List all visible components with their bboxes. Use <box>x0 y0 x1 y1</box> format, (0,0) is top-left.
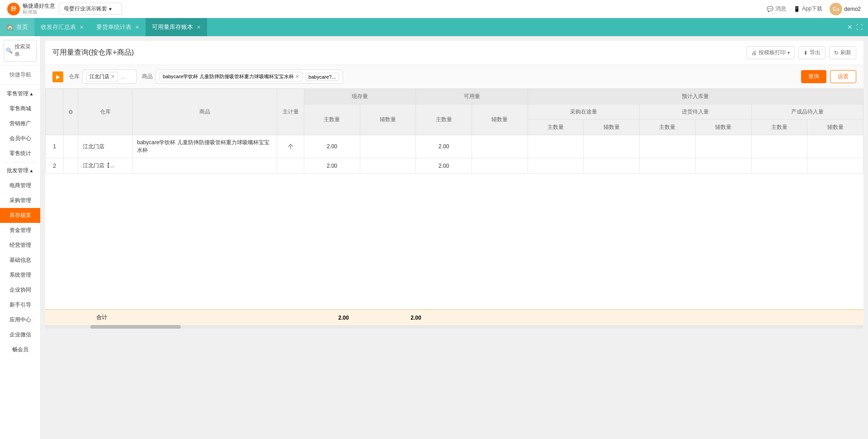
sidebar-item-app-center[interactable]: 应用中心 <box>0 312 40 327</box>
cell-warehouse: 江北门店 <box>78 135 132 158</box>
cell-rownum: 1 <box>46 135 64 158</box>
search-menu-button[interactable]: 🔍 搜索菜单 <box>4 40 37 61</box>
th-production-aux: 辅数量 <box>807 120 863 135</box>
sidebar-item-quicknav[interactable]: 快捷导航 <box>0 68 40 81</box>
sidebar-search-section: 🔍 搜索菜单 <box>0 36 40 66</box>
sidebar: 🔍 搜索菜单 快捷导航 零售管理 ▲ 零售商城 营销推广 会员中心 零售统计 <box>0 36 41 439</box>
message-button[interactable]: 💬 消息 <box>767 5 786 13</box>
sidebar-item-operations[interactable]: 经营管理 <box>0 238 40 253</box>
maximize-icon[interactable]: ⛶ <box>856 24 863 31</box>
industry-selector[interactable]: 母婴行业演示账套 ▾ <box>59 3 122 15</box>
th-inbound-aux: 辅数量 <box>695 120 751 135</box>
sidebar-item-retail-mall[interactable]: 零售商城 <box>0 101 40 116</box>
export-button[interactable]: ⬇ 导出 <box>798 46 826 59</box>
warehouse-input[interactable]: 江北门店 ✕ ... <box>82 70 137 84</box>
th-purchase-transit: 采购在途量 <box>528 104 639 120</box>
table-footer: 合计 2.00 2.00 <box>45 309 863 325</box>
sidebar-item-wholesale[interactable]: 批发管理 ▲ <box>0 163 40 178</box>
table-spacer <box>45 174 863 309</box>
sidebar-item-marketing[interactable]: 营销推广 <box>0 116 40 131</box>
cell-settings <box>64 158 78 174</box>
remove-product-tag1[interactable]: ✕ <box>295 74 299 80</box>
cell-avail-aux <box>472 135 528 158</box>
warehouse-more[interactable]: ... <box>121 74 125 80</box>
th-rownum <box>46 89 64 135</box>
export-icon: ⬇ <box>803 50 808 56</box>
th-settings-icon[interactable]: ⚙ <box>64 89 78 135</box>
cell-production-main <box>751 158 807 174</box>
th-purchase-aux: 辅数量 <box>584 120 640 135</box>
data-table: ⚙ 仓库 商品 主计量 现存量 可用量 预计入库量 主数量 辅数量 主数量 <box>45 89 863 174</box>
app-download-button[interactable]: 📱 App下载 <box>793 5 822 13</box>
sidebar-item-retail-mgmt[interactable]: 零售管理 ▲ <box>0 86 40 101</box>
close-tab-order[interactable]: ✕ <box>135 24 139 30</box>
sidebar-item-member2[interactable]: 畅会员 <box>0 342 40 357</box>
logo-icon: 好 <box>7 3 20 15</box>
cell-purchase-aux <box>584 135 640 158</box>
table-container: ⚙ 仓库 商品 主计量 现存量 可用量 预计入库量 主数量 辅数量 主数量 <box>45 89 863 174</box>
sidebar-item-member[interactable]: 会员中心 <box>0 131 40 146</box>
cell-product: babycare学饮杯 儿童防摔防撞吸管杯重力球吸嘴杯宝宝水杯 <box>132 135 277 158</box>
main-content: 可用量查询(按仓库+商品) 🖨 按模板打印 ▾ ⬇ 导出 ↻ 刷新 <box>41 36 868 439</box>
user-profile[interactable]: Ea demo2 <box>830 3 861 15</box>
sidebar-item-enterprise[interactable]: 企业协同 <box>0 283 40 297</box>
close-tab-available[interactable]: ✕ <box>197 24 201 30</box>
th-current-aux: 辅数量 <box>360 104 416 135</box>
settings-button[interactable]: 设置 <box>830 70 856 83</box>
sidebar-item-basics[interactable]: 基础信息 <box>0 253 40 268</box>
sidebar-item-new-guide[interactable]: 新手引导 <box>0 297 40 312</box>
cell-production-aux <box>807 135 863 158</box>
cell-unit <box>277 158 304 174</box>
logo: 好 畅捷通好生意 标准版 <box>7 3 55 15</box>
sidebar-item-finance[interactable]: 资金管理 <box>0 223 40 238</box>
product-input[interactable]: babycare学饮杯 儿童防摔防撞吸管杯重力球吸嘴杯宝宝水杯 ✕ babyca… <box>156 70 343 84</box>
sidebar-item-inventory[interactable]: 库存核算 <box>0 208 40 223</box>
filter-action-buttons: 查询 设置 <box>801 70 856 83</box>
table-row: 2 江北门店【... 2.00 2.00 <box>46 158 863 174</box>
sidebar-quicknav-section: 快捷导航 <box>0 66 40 85</box>
cell-purchase-main <box>528 135 584 158</box>
th-current-main: 主数量 <box>304 104 360 135</box>
tab-receive-summary[interactable]: 收发存汇总表 ✕ <box>34 18 90 36</box>
avatar: Ea <box>830 3 842 15</box>
minimize-icon[interactable]: ✕ <box>847 24 853 31</box>
filter-toggle-button[interactable]: ▶ <box>52 71 63 82</box>
sidebar-item-purchase[interactable]: 采购管理 <box>0 193 40 208</box>
cell-inbound-main <box>640 158 696 174</box>
th-available: 可用量 <box>416 89 528 104</box>
refresh-button[interactable]: ↻ 刷新 <box>829 46 856 59</box>
tab-order-stats[interactable]: 要货单统计表 ✕ <box>90 18 146 36</box>
page-container: 可用量查询(按仓库+商品) 🖨 按模板打印 ▾ ⬇ 导出 ↻ 刷新 <box>45 41 863 329</box>
print-button[interactable]: 🖨 按模板打印 ▾ <box>746 46 795 59</box>
tab-available-stock[interactable]: 可用量库存账本 ✕ <box>146 18 207 36</box>
sidebar-item-system[interactable]: 系统管理 <box>0 268 40 283</box>
th-avail-aux: 辅数量 <box>472 104 528 135</box>
sidebar-item-retail-stats[interactable]: 零售统计 <box>0 146 40 161</box>
home-icon: 🏠 <box>6 24 14 31</box>
th-planned-inbound: 预计入库量 <box>528 89 863 104</box>
sidebar-item-ecommerce[interactable]: 电商管理 <box>0 178 40 193</box>
footer-available-main: 2.00 <box>398 315 434 321</box>
cell-inbound-aux <box>695 135 751 158</box>
tab-window-actions: ✕ ⛶ <box>847 24 868 31</box>
cell-inbound-main <box>640 135 696 158</box>
divider1 <box>4 162 37 162</box>
th-production-pending: 产成品待入量 <box>751 104 863 120</box>
remove-warehouse-tag[interactable]: ✕ <box>111 74 115 80</box>
page-title: 可用量查询(按仓库+商品) <box>52 48 134 57</box>
query-button[interactable]: 查询 <box>801 70 826 83</box>
refresh-icon: ↻ <box>834 50 839 56</box>
th-purchase-main: 主数量 <box>528 120 584 135</box>
cell-warehouse: 江北门店【... <box>78 158 132 174</box>
cell-settings <box>64 135 78 158</box>
th-inbound-main: 主数量 <box>640 120 696 135</box>
scrollbar-thumb[interactable] <box>90 325 181 329</box>
sidebar-item-enterprise-wechat[interactable]: 企业微信 <box>0 327 40 342</box>
page-header: 可用量查询(按仓库+商品) 🖨 按模板打印 ▾ ⬇ 导出 ↻ 刷新 <box>45 41 863 65</box>
close-tab-receive[interactable]: ✕ <box>80 24 84 30</box>
sidebar-menu: 零售管理 ▲ 零售商城 营销推广 会员中心 零售统计 批发管理 ▲ 电商管理 <box>0 85 40 359</box>
tab-home[interactable]: 🏠 首页 <box>0 18 34 36</box>
cell-current-aux <box>360 135 416 158</box>
footer-current-main: 2.00 <box>326 315 362 321</box>
horizontal-scrollbar[interactable] <box>45 325 863 329</box>
